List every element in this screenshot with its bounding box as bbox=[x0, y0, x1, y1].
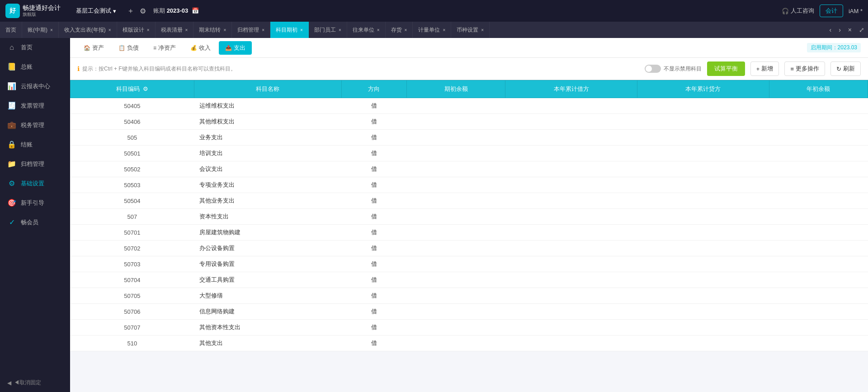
tab-dept[interactable]: 部门员工 × bbox=[309, 22, 347, 38]
sidebar-item-invoice[interactable]: 🧾 发票管理 bbox=[0, 96, 70, 115]
tab-annual-report[interactable]: 收入支出表(年报) × bbox=[59, 22, 117, 38]
cell-balance bbox=[407, 177, 505, 193]
tab-archive[interactable]: 归档管理 × bbox=[232, 22, 270, 38]
sidebar-item-close[interactable]: 🔒 结账 bbox=[0, 135, 70, 154]
table-row[interactable]: 50504 其他业务支出 借 bbox=[71, 193, 868, 209]
table-row[interactable]: 50501 培训支出 借 bbox=[71, 146, 868, 161]
cell-year-balance bbox=[769, 288, 868, 304]
tab-close-icon[interactable]: × bbox=[481, 28, 484, 33]
tab-subject-init[interactable]: 科目期初 × bbox=[270, 22, 309, 38]
table-row[interactable]: 50703 专用设备购置 借 bbox=[71, 256, 868, 272]
cell-year-balance bbox=[769, 177, 868, 193]
settings-icon: ⚙ bbox=[7, 179, 16, 188]
cell-direction: 借 bbox=[341, 161, 406, 177]
table-row[interactable]: 505 业务支出 借 bbox=[71, 130, 868, 146]
calendar-icon[interactable]: 📅 bbox=[192, 7, 199, 14]
table-row[interactable]: 50502 会议支出 借 bbox=[71, 161, 868, 177]
sidebar-item-home[interactable]: ⌂ 首页 bbox=[0, 38, 70, 57]
tab-home[interactable]: 首页 bbox=[0, 22, 22, 38]
cell-debit bbox=[505, 209, 637, 225]
cell-debit bbox=[505, 256, 637, 272]
tab-close-icon[interactable]: × bbox=[223, 28, 226, 33]
tab-label: 归档管理 bbox=[237, 26, 259, 34]
cell-name: 资本性支出 bbox=[194, 209, 341, 225]
tab-close-icon[interactable]: × bbox=[262, 28, 264, 33]
tab-inventory[interactable]: 存货 × bbox=[386, 22, 413, 38]
sidebar-item-member[interactable]: ✓ 畅会员 bbox=[0, 213, 70, 232]
table-row[interactable]: 50707 其他资本性支出 借 bbox=[71, 320, 868, 335]
sidebar-item-guide[interactable]: 🎯 新手引导 bbox=[0, 193, 70, 213]
tab-expand-icon[interactable]: ⤢ bbox=[855, 22, 868, 38]
tab-tax[interactable]: 税表清册 × bbox=[156, 22, 194, 38]
sidebar-item-tax[interactable]: 💼 税务管理 bbox=[0, 115, 70, 135]
cell-balance bbox=[407, 209, 505, 225]
tip-text: 提示：按Ctrl + F键并输入科目编码或者科目名称可以查找科目。 bbox=[82, 65, 236, 73]
sub-tab-expense[interactable]: 📤 支出 bbox=[219, 41, 252, 55]
table-row[interactable]: 50405 运维维权支出 借 bbox=[71, 98, 868, 114]
trial-balance-button[interactable]: 试算平衡 bbox=[707, 61, 745, 76]
table-row[interactable]: 507 资本性支出 借 bbox=[71, 209, 868, 225]
sub-tab-liabilities[interactable]: 📋 负债 bbox=[112, 41, 145, 55]
cell-credit bbox=[637, 130, 769, 146]
more-button[interactable]: ≡ 更多操作 bbox=[784, 61, 825, 76]
tab-close-icon[interactable]: × bbox=[443, 28, 445, 33]
sidebar-collapse[interactable]: ◀ ◀取消固定 bbox=[0, 373, 70, 392]
cell-year-balance bbox=[769, 304, 868, 320]
settings-icon[interactable]: ⚙ bbox=[140, 7, 146, 15]
table-row[interactable]: 50503 专项业务支出 借 bbox=[71, 177, 868, 193]
tab-close-icon[interactable]: × bbox=[300, 28, 303, 33]
sidebar: ⌂ 首页 📒 总账 📊 云报表中心 🧾 发票管理 💼 税务管理 🔒 结账 📁 归… bbox=[0, 38, 70, 392]
cell-year-balance bbox=[769, 193, 868, 209]
cell-year-balance bbox=[769, 114, 868, 130]
collapse-icon: ◀ bbox=[7, 380, 11, 386]
tab-close-icon[interactable]: × bbox=[377, 28, 380, 33]
add-button[interactable]: + 新增 bbox=[750, 61, 779, 76]
period-display: 启用期间：2023.03 bbox=[807, 43, 861, 52]
sidebar-item-ledger[interactable]: 📒 总账 bbox=[0, 57, 70, 76]
table-body: 50405 运维维权支出 借 50406 其他维权支出 借 505 业务支出 借… bbox=[71, 98, 868, 351]
add-icon[interactable]: ＋ bbox=[127, 6, 134, 16]
help-button[interactable]: 🎧 人工咨询 bbox=[782, 7, 814, 15]
tab-close-icon[interactable]: × bbox=[405, 28, 407, 33]
col-year-balance: 年初余额 bbox=[769, 80, 868, 98]
tab-period-end[interactable]: 期末结转 × bbox=[193, 22, 232, 38]
refresh-button[interactable]: ↻ 刷新 bbox=[830, 61, 861, 76]
sub-tab-income[interactable]: 💰 收入 bbox=[184, 41, 217, 55]
table-row[interactable]: 50706 信息网络购建 借 bbox=[71, 304, 868, 320]
account-button[interactable]: 会计 bbox=[820, 5, 843, 17]
tab-contacts[interactable]: 往来单位 × bbox=[347, 22, 386, 38]
chevron-down-icon: ▾ bbox=[113, 8, 116, 14]
table-row[interactable]: 50701 房屋建筑物购建 借 bbox=[71, 225, 868, 241]
tab-next-icon[interactable]: › bbox=[835, 22, 844, 38]
sidebar-item-reports[interactable]: 📊 云报表中心 bbox=[0, 76, 70, 96]
sub-tab-assets[interactable]: 🏠 资产 bbox=[77, 41, 110, 55]
tab-currency[interactable]: 币种设置 × bbox=[451, 22, 490, 38]
member-icon: ✓ bbox=[7, 218, 16, 227]
tab-close-all-icon[interactable]: × bbox=[844, 22, 855, 38]
tab-prev-icon[interactable]: ‹ bbox=[826, 22, 835, 38]
table-row[interactable]: 510 其他支出 借 bbox=[71, 335, 868, 351]
tab-close-icon[interactable]: × bbox=[50, 28, 53, 33]
tab-close-icon[interactable]: × bbox=[339, 28, 341, 33]
sidebar-item-archive[interactable]: 📁 归档管理 bbox=[0, 154, 70, 174]
tab-close-icon[interactable]: × bbox=[147, 28, 150, 33]
table-row[interactable]: 50704 交通工具购置 借 bbox=[71, 272, 868, 288]
tab-mid-period[interactable]: 账(中期) × bbox=[22, 22, 59, 38]
table-row[interactable]: 50406 其他维权支出 借 bbox=[71, 114, 868, 130]
table-row[interactable]: 50702 办公设备购置 借 bbox=[71, 241, 868, 256]
info-icon: ℹ bbox=[77, 65, 80, 72]
cell-name: 其他支出 bbox=[194, 335, 341, 351]
sidebar-item-settings[interactable]: ⚙ 基础设置 bbox=[0, 174, 70, 193]
tab-close-icon[interactable]: × bbox=[108, 28, 111, 33]
table-row[interactable]: 50705 大型修缮 借 bbox=[71, 288, 868, 304]
tab-unit[interactable]: 计量单位 × bbox=[413, 22, 451, 38]
tab-close-icon[interactable]: × bbox=[185, 28, 188, 33]
sub-tab-equity[interactable]: ≡ 净资产 bbox=[147, 41, 182, 55]
gear-icon[interactable]: ⚙ bbox=[143, 85, 148, 92]
disable-toggle[interactable] bbox=[645, 65, 661, 73]
tab-template[interactable]: 模版设计 × bbox=[117, 22, 156, 38]
project-selector[interactable]: 基层工会测试 ▾ bbox=[72, 5, 120, 17]
cell-code: 50501 bbox=[71, 146, 194, 161]
cell-credit bbox=[637, 98, 769, 114]
tab-label: 计量单位 bbox=[418, 26, 440, 34]
